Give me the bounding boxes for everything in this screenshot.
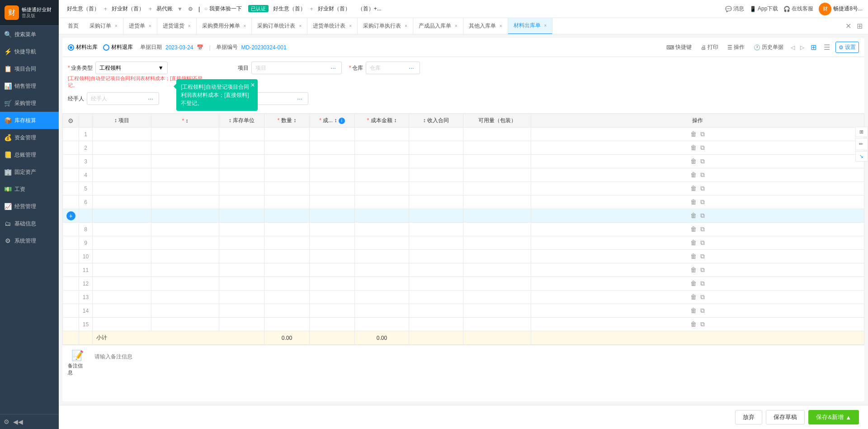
topbar-message[interactable]: 💬 消息 [725,5,744,13]
row-delete-icon[interactable]: 🗑 [689,198,698,205]
row-delete-icon[interactable]: 🗑 [689,157,698,165]
row-copy-icon[interactable]: ⧉ [699,198,706,205]
sidebar-item-快捷导航[interactable]: ⚡ 快捷导航 [0,43,59,60]
sidebar-item-经营管理[interactable]: 📈 经营管理 [0,198,59,215]
topbar-trial[interactable]: ○ 我要体验一下 [202,3,245,14]
right-panel-btn-3[interactable]: ↗ [855,151,868,162]
tab-grid-icon[interactable]: ⊞ [855,22,864,30]
row-copy-icon[interactable]: ⧉ [699,185,706,192]
project-dots-icon[interactable]: ··· [329,64,338,72]
topbar-dropdown-icon[interactable]: ▼ [177,6,183,12]
row-material-cell[interactable] [151,195,219,209]
row-copy-icon[interactable]: ⧉ [699,212,706,219]
row-project-cell[interactable] [93,128,151,141]
tab-purchase-stats[interactable]: 采购订单统计表 × [252,18,307,34]
row-project-cell[interactable] [93,236,151,250]
row-project-cell[interactable] [93,263,151,277]
tab-inbound-stats[interactable]: 进货单统计表 × [307,18,358,34]
row-project-cell[interactable] [93,250,151,263]
cost-info-icon[interactable]: i [339,118,345,124]
row-material-cell[interactable] [151,277,219,291]
tooltip-close-icon[interactable]: ✕ [250,81,255,89]
topbar-link-2[interactable]: 易代账 [154,3,175,14]
sidebar-item-资金管理[interactable]: 💰 资金管理 [0,129,59,146]
row-project-cell[interactable] [93,195,151,209]
notes-input[interactable] [94,352,859,362]
row-delete-icon[interactable]: 🗑 [689,307,698,314]
tab-material-outbound[interactable]: 材料出库单 × [508,18,553,34]
row-copy-icon[interactable]: ⧉ [699,266,706,273]
save-draft-button[interactable]: 保存草稿 [766,410,805,424]
discard-button[interactable]: 放弃 [735,410,762,424]
row-material-cell[interactable] [151,155,219,168]
row-copy-icon[interactable]: ⧉ [699,307,706,314]
column-settings-icon[interactable]: ⚙ [68,117,74,124]
warehouse-select[interactable]: 仓库 ··· [366,62,420,74]
nav-next-icon[interactable]: ▷ [800,44,804,51]
history-btn[interactable]: 🕐 历史单据 [751,42,786,52]
row-copy-icon[interactable]: ⧉ [699,130,706,138]
row-copy-icon[interactable]: ⧉ [699,171,706,178]
row-material-cell[interactable] [151,263,219,277]
add-row-button[interactable]: + [66,211,75,220]
row-copy-icon[interactable]: ⧉ [699,157,706,165]
tab-other-inbound[interactable]: 其他入库单 × [463,18,508,34]
user-menu[interactable]: 财 畅捷通8号... [819,3,863,15]
row-delete-icon[interactable]: 🗑 [689,171,698,178]
project-select[interactable]: 项目 ··· [251,62,342,74]
grid-view-icon[interactable]: ⊞ [811,43,816,52]
row-delete-icon[interactable]: 🗑 [689,212,698,219]
sidebar-item-搜索菜单[interactable]: 🔍 搜索菜单 [0,26,59,43]
sidebar-item-采购管理[interactable]: 🛒 采购管理 [0,95,59,112]
shortcut-key-btn[interactable]: ⌨ 快捷键 [664,42,694,52]
row-project-cell[interactable] [93,223,151,236]
row-project-cell[interactable] [93,209,151,223]
row-project-cell[interactable] [93,141,151,155]
topbar-link-3[interactable]: 好生意（首） [270,3,308,14]
row-copy-icon[interactable]: ⧉ [699,225,706,233]
row-project-cell[interactable] [93,304,151,318]
income-contract-dots-icon[interactable]: ··· [295,95,304,102]
sidebar-item-总账管理[interactable]: 📒 总账管理 [0,146,59,163]
topbar-online-service[interactable]: 🎧 在线客服 [783,5,813,13]
row-project-cell[interactable] [93,155,151,168]
warehouse-dots-icon[interactable]: ··· [407,64,416,72]
topbar-link-1[interactable]: 好业财（首） [109,3,147,14]
topbar-link-5[interactable]: （首）+... [355,3,384,14]
radio-material-return[interactable]: 材料退库 [103,43,133,51]
row-delete-icon[interactable]: 🗑 [689,253,698,260]
radio-material-outbound[interactable]: 材料出库 [68,43,98,51]
tab-purchase-exec[interactable]: 采购订单执行表 × [358,18,413,34]
right-panel-btn-2[interactable]: ✏ [855,138,868,150]
settings-icon[interactable]: ⚙ [4,418,9,425]
agent-select[interactable]: 经手人 ··· [87,92,159,105]
row-copy-icon[interactable]: ⧉ [699,144,706,151]
row-material-input[interactable] [154,213,216,219]
operation-btn[interactable]: ☰ 操作 [725,42,747,52]
tab-inbound[interactable]: 进货单 × [123,18,157,34]
topbar-app-download[interactable]: 📱 App下载 [750,5,778,13]
sidebar-item-销售管理[interactable]: 📊 销售管理 [0,77,59,95]
sidebar-item-项目合同[interactable]: 📋 项目合同 [0,60,59,77]
row-project-input[interactable] [95,213,148,219]
collapse-icon[interactable]: ◀◀ [13,418,23,425]
calendar-icon[interactable]: 📅 [197,44,203,51]
row-project-cell[interactable] [93,277,151,291]
sidebar-item-基础信息[interactable]: 🗂 基础信息 [0,215,59,232]
row-delete-icon[interactable]: 🗑 [689,293,698,300]
row-project-cell[interactable] [93,318,151,331]
row-material-cell[interactable] [151,128,219,141]
sidebar-item-库存核算[interactable]: 📦 库存核算 [0,112,59,129]
topbar-link-4[interactable]: 好业财（首） [315,3,353,14]
row-delete-icon[interactable]: 🗑 [689,185,698,192]
topbar-link-0[interactable]: 好生意（首） [64,3,102,14]
row-copy-icon[interactable]: ⧉ [699,280,706,287]
row-material-cell[interactable] [151,250,219,263]
row-copy-icon[interactable]: ⧉ [699,239,706,246]
settings-btn[interactable]: ⚙ 设置 [835,42,859,53]
row-material-cell[interactable] [151,291,219,304]
row-project-cell[interactable] [93,291,151,304]
sidebar-item-固定资产[interactable]: 🏢 固定资产 [0,163,59,181]
tab-purchase-order[interactable]: 采购订单 × [84,18,123,34]
row-delete-icon[interactable]: 🗑 [689,320,698,328]
